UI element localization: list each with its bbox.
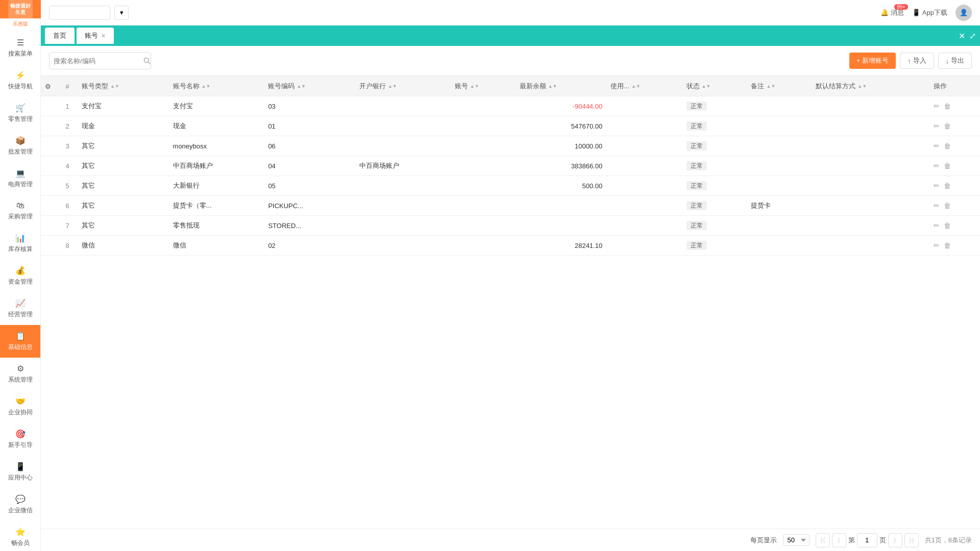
- edit-button[interactable]: ✏: [934, 102, 940, 110]
- cell-usage: [606, 176, 682, 196]
- delete-button[interactable]: 🗑: [944, 162, 951, 170]
- cell-num: 5: [57, 176, 78, 196]
- tab-home[interactable]: 首页: [45, 28, 75, 44]
- tab-close-button[interactable]: ✕: [101, 33, 106, 39]
- cell-num: 1: [57, 96, 78, 116]
- gear-icon[interactable]: ⚙: [45, 83, 51, 90]
- search-input[interactable]: [50, 54, 143, 68]
- cell-name: 微信: [169, 236, 264, 256]
- th-default-payment[interactable]: 默认结算方式 ▲▼: [812, 77, 929, 96]
- tab-account[interactable]: 账号 ✕: [77, 28, 114, 44]
- th-usage[interactable]: 使用... ▲▼: [606, 77, 682, 96]
- delete-button[interactable]: 🗑: [944, 221, 951, 230]
- sidebar-item-quick-nav[interactable]: ⚡ 快捷导航: [0, 64, 40, 97]
- cell-default-payment: [812, 196, 929, 216]
- cell-type: 支付宝: [78, 96, 169, 116]
- sidebar-item-label: 批发管理: [8, 147, 33, 156]
- cell-status: 正常: [682, 136, 747, 156]
- edit-button[interactable]: ✏: [934, 142, 940, 150]
- delete-button[interactable]: 🗑: [944, 182, 951, 190]
- edit-button[interactable]: ✏: [934, 241, 940, 249]
- delete-button[interactable]: 🗑: [944, 202, 951, 210]
- cell-balance: [516, 216, 607, 236]
- cell-code: PICKUPC...: [264, 196, 355, 216]
- sidebar-item-wechat[interactable]: 💬 企业微信: [0, 488, 40, 521]
- sidebar-item-enterprise[interactable]: 🤝 企业协同: [0, 390, 40, 423]
- delete-button[interactable]: 🗑: [944, 102, 951, 110]
- edit-button[interactable]: ✏: [934, 202, 940, 210]
- delete-button[interactable]: 🗑: [944, 142, 951, 150]
- add-account-button[interactable]: + 新增账号: [849, 53, 896, 69]
- notification-button[interactable]: 🔔 消息 99+: [880, 8, 904, 17]
- edit-button[interactable]: ✏: [934, 162, 940, 170]
- th-account[interactable]: 账号 ▲▼: [451, 77, 516, 96]
- dropdown-button[interactable]: ▾: [114, 6, 129, 20]
- sidebar-item-operations[interactable]: 📈 经营管理: [0, 292, 40, 325]
- cell-status: 正常: [682, 96, 747, 116]
- th-account-label: 账号: [455, 82, 468, 91]
- sidebar-item-purchase[interactable]: 🛍 采购管理: [0, 195, 40, 227]
- cell-action: ✏ 🗑: [929, 156, 980, 176]
- search-button[interactable]: [143, 53, 151, 69]
- th-status[interactable]: 状态 ▲▼: [682, 77, 747, 96]
- menu-icon: ☰: [17, 38, 24, 47]
- cell-usage: [606, 116, 682, 136]
- delete-button[interactable]: 🗑: [944, 122, 951, 130]
- cell-note: [747, 136, 812, 156]
- edit-button[interactable]: ✏: [934, 182, 940, 190]
- sidebar-item-ecommerce[interactable]: 💻 电商管理: [0, 162, 40, 195]
- cell-note: [747, 116, 812, 136]
- sidebar-item-retail[interactable]: 🛒 零售管理: [0, 97, 40, 130]
- content-area: + 新增账号 ↑ 导入 ↓ 导出 ⚙: [41, 46, 980, 551]
- main: ▾ 🔔 消息 99+ 📱 App下载 👤 首页 账号 ✕ ✕: [41, 0, 980, 551]
- delete-button[interactable]: 🗑: [944, 241, 951, 249]
- tab-expand-action[interactable]: ⤢: [969, 31, 976, 41]
- sidebar-item-guide[interactable]: 🎯 新手引导: [0, 423, 40, 456]
- cell-gear: [41, 116, 57, 136]
- th-usage-label: 使用...: [610, 82, 629, 91]
- next-page-button[interactable]: ⟩: [888, 533, 902, 547]
- page-input[interactable]: [857, 533, 877, 547]
- cell-default-payment: [812, 236, 929, 256]
- export-icon: ↓: [946, 57, 949, 65]
- table-row: 4 其它 中百商场账户 04 中百商场账户 383866.00 正常 ✏ 🗑: [41, 156, 980, 176]
- top-search-input[interactable]: [49, 6, 110, 20]
- edit-button[interactable]: ✏: [934, 221, 940, 230]
- cell-balance: -90444.00: [516, 96, 607, 116]
- cell-status: 正常: [682, 236, 747, 256]
- sidebar-item-search-menu[interactable]: ☰ 搜索菜单: [0, 32, 40, 64]
- last-page-button[interactable]: ⟩⟩: [904, 533, 919, 547]
- sidebar-item-label: 采购管理: [8, 212, 33, 221]
- tab-bar-actions: ✕ ⤢: [959, 31, 976, 41]
- app-center-icon: 📱: [15, 462, 26, 471]
- cell-code: 03: [264, 96, 355, 116]
- th-note[interactable]: 备注 ▲▼: [747, 77, 812, 96]
- app-download-button[interactable]: 📱 App下载: [912, 8, 947, 17]
- prev-page-button[interactable]: ⟨: [832, 533, 846, 547]
- sidebar-item-app-center[interactable]: 📱 应用中心: [0, 456, 40, 488]
- per-page-select[interactable]: 50 100 200: [783, 534, 810, 546]
- sidebar-item-label: 企业微信: [8, 506, 33, 515]
- avatar[interactable]: 👤: [955, 5, 972, 21]
- sidebar-item-inventory[interactable]: 📊 库存核算: [0, 227, 40, 260]
- sidebar-item-basic-info[interactable]: 📋 基础信息: [0, 325, 40, 358]
- sidebar-item-wholesale[interactable]: 📦 批发管理: [0, 130, 40, 162]
- edit-button[interactable]: ✏: [934, 122, 940, 130]
- logo-text: 畅捷通好生意: [8, 3, 33, 15]
- th-balance[interactable]: 最新余额 ▲▼: [516, 77, 607, 96]
- sidebar-item-system[interactable]: ⚙ 系统管理: [0, 358, 40, 390]
- sort-default-payment-icon: ▲▼: [857, 84, 867, 89]
- th-bank[interactable]: 开户银行 ▲▼: [355, 77, 451, 96]
- th-type[interactable]: 账号类型 ▲▼: [78, 77, 169, 96]
- import-button[interactable]: ↑ 导入: [900, 53, 934, 69]
- sidebar-item-vip[interactable]: ⭐ 畅会员: [0, 521, 40, 551]
- th-code[interactable]: 账号编码 ▲▼: [264, 77, 355, 96]
- export-button[interactable]: ↓ 导出: [938, 53, 972, 69]
- th-name[interactable]: 账号名称 ▲▼: [169, 77, 264, 96]
- cell-bank: [355, 236, 451, 256]
- tab-close-action[interactable]: ✕: [959, 31, 965, 41]
- cell-action: ✏ 🗑: [929, 216, 980, 236]
- cell-bank: [355, 116, 451, 136]
- sidebar-item-finance[interactable]: 💰 资金管理: [0, 260, 40, 292]
- first-page-button[interactable]: ⟨⟨: [816, 533, 830, 547]
